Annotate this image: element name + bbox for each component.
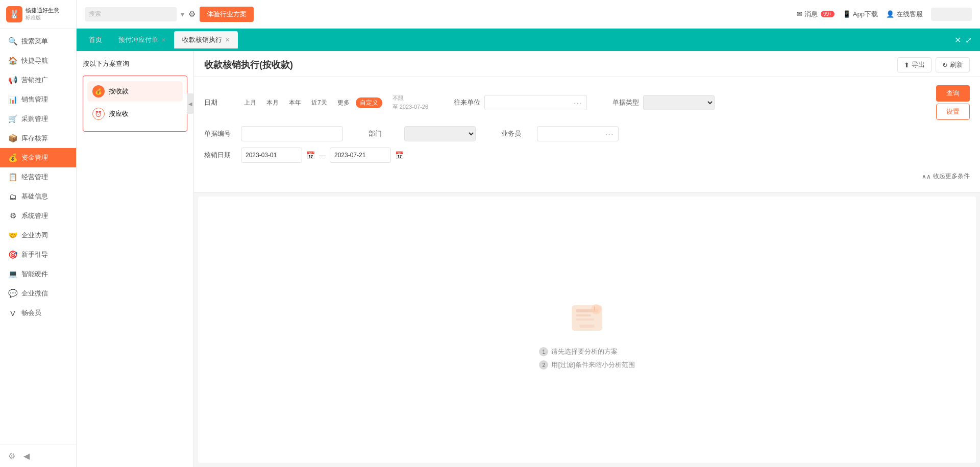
receivable-filter-icon: ⏰ <box>92 108 105 120</box>
sidebar-item-quick[interactable]: 🏠 快捷导航 <box>0 51 76 70</box>
system-nav-icon: ⚙ <box>8 211 17 220</box>
verify-date-start-input[interactable] <box>241 148 302 163</box>
counterpart-label: 往来单位 <box>454 98 480 107</box>
filter-panel-title: 按以下方案查询 <box>83 59 187 68</box>
tab-home[interactable]: 首页 <box>81 31 110 48</box>
hint-text-1: 请先选择要分析的方案 <box>551 347 618 356</box>
sidebar-item-ops[interactable]: 📋 经营管理 <box>0 167 76 187</box>
tab-prepay-close[interactable]: ✕ <box>161 37 166 43</box>
export-icon: ⬆ <box>904 61 910 69</box>
sidebar-label-purchase: 采购管理 <box>21 114 48 124</box>
date-btn-this-month[interactable]: 本月 <box>262 97 283 109</box>
staff-dots-btn[interactable]: ··· <box>605 130 614 138</box>
search-nav-icon: 🔍 <box>8 37 17 46</box>
sidebar-label-search: 搜索菜单 <box>21 37 48 46</box>
sidebar-label-corp: 企业协同 <box>21 231 48 240</box>
sidebar-item-sales[interactable]: 📊 销售管理 <box>0 90 76 109</box>
settings-footer-icon[interactable]: ⚙ <box>8 451 15 461</box>
date-btn-7days[interactable]: 近7天 <box>307 97 331 109</box>
sidebar-item-system[interactable]: ⚙ 系统管理 <box>0 206 76 226</box>
sidebar-label-finance: 资金管理 <box>21 153 48 162</box>
collapse-sidebar-icon[interactable]: ◀ <box>23 451 30 461</box>
date-btn-more[interactable]: 更多 <box>333 97 354 109</box>
message-icon: ✉ <box>797 10 802 18</box>
tab-prepay[interactable]: 预付冲应付单 ✕ <box>110 31 174 48</box>
collapse-more-icon: ∧∧ <box>922 173 931 180</box>
header-gear-icon[interactable]: ⚙ <box>188 9 195 19</box>
filter-by-receipt[interactable]: 💰 按收款 <box>87 81 183 102</box>
service-icon: 👤 <box>886 10 894 18</box>
sidebar-item-basic[interactable]: 🗂 基础信息 <box>0 187 76 206</box>
dept-label: 部门 <box>369 129 394 138</box>
no-limit-text: 不限 <box>393 94 428 102</box>
sidebar-item-member[interactable]: V 畅会员 <box>0 303 76 323</box>
query-action-group: 查询 设置 <box>936 85 970 120</box>
bill-type-select[interactable] <box>643 95 715 110</box>
app-download-btn[interactable]: 📱 App下载 <box>843 10 878 19</box>
date-btn-custom[interactable]: 自定义 <box>356 97 382 108</box>
query-btn[interactable]: 查询 <box>936 85 970 102</box>
tab-receipt-close[interactable]: ✕ <box>225 37 230 43</box>
verify-date-separator: — <box>319 152 326 159</box>
date-btn-last-month[interactable]: 上月 <box>240 97 260 109</box>
svg-rect-3 <box>576 318 594 321</box>
sidebar-item-search[interactable]: 🔍 搜索菜单 <box>0 32 76 51</box>
refresh-btn[interactable]: ↻ 刷新 <box>936 57 970 72</box>
panel-collapse-btn[interactable]: ◀ <box>187 93 194 114</box>
header-search-area: 搜索 ▾ ⚙ 体验行业方案 <box>85 7 791 22</box>
logo-icon: 🐰 <box>6 6 22 22</box>
staff-input[interactable] <box>542 130 605 137</box>
sidebar-item-inventory[interactable]: 📦 库存核算 <box>0 129 76 148</box>
filter-by-receivable[interactable]: ⏰ 按应收 <box>87 104 183 124</box>
svg-point-4 <box>591 304 601 314</box>
main-area: 搜索 ▾ ⚙ 体验行业方案 ✉ 消息 99+ 📱 App下载 👤 在线客服 <box>77 0 980 467</box>
counterpart-dots-btn[interactable]: ··· <box>574 99 582 107</box>
verify-date-start-icon[interactable]: 📅 <box>306 151 315 159</box>
industry-btn[interactable]: 体验行业方案 <box>200 7 254 22</box>
close-window-btn[interactable]: ✕ <box>954 35 961 45</box>
basic-nav-icon: 🗂 <box>8 192 17 201</box>
sidebar-item-wechat[interactable]: 💬 企业微信 <box>0 284 76 303</box>
counterpart-input[interactable] <box>489 95 574 110</box>
staff-input-wrap: ··· <box>537 126 619 141</box>
sidebar-footer: ⚙ ◀ <box>0 445 76 467</box>
refresh-icon: ↻ <box>942 61 948 69</box>
refresh-label: 刷新 <box>950 60 963 69</box>
purchase-nav-icon: 🛒 <box>8 114 17 124</box>
sidebar-item-finance[interactable]: 💰 资金管理 <box>0 148 76 167</box>
message-btn[interactable]: ✉ 消息 99+ <box>797 10 835 19</box>
service-label: 在线客服 <box>896 10 923 19</box>
empty-hints: 1 请先选择要分析的方案 2 用[过滤]条件来缩小分析范围 <box>539 347 634 370</box>
maximize-window-btn[interactable]: ⤢ <box>965 35 972 45</box>
quick-nav-icon: 🏠 <box>8 56 17 65</box>
finance-nav-icon: 💰 <box>8 153 17 162</box>
empty-hint-1: 1 请先选择要分析的方案 <box>539 347 634 356</box>
hardware-nav-icon: 💻 <box>8 269 17 279</box>
sidebar-item-marketing[interactable]: 📢 营销推广 <box>0 70 76 90</box>
bill-no-input-wrap <box>241 126 343 141</box>
verify-date-end-icon[interactable]: 📅 <box>395 151 404 159</box>
wechat-nav-icon: 💬 <box>8 289 17 298</box>
date-btn-this-year[interactable]: 本年 <box>285 97 305 109</box>
sidebar-nav: 🔍 搜索菜单 🏠 快捷导航 📢 营销推广 📊 销售管理 🛒 采购管理 📦 库存核… <box>0 29 76 445</box>
app-label: App下载 <box>853 10 878 19</box>
tab-receipt[interactable]: 收款核销执行 ✕ <box>174 31 238 48</box>
verify-date-end-input[interactable] <box>330 148 391 163</box>
bill-no-input[interactable] <box>246 130 338 137</box>
sidebar-item-hardware[interactable]: 💻 智能硬件 <box>0 264 76 284</box>
header-dropdown-icon[interactable]: ▾ <box>181 10 184 18</box>
user-avatar[interactable] <box>931 8 972 21</box>
export-btn[interactable]: ⬆ 导出 <box>897 57 932 72</box>
sidebar-item-purchase[interactable]: 🛒 采购管理 <box>0 109 76 129</box>
logo-text: 畅捷通好生意 <box>26 7 59 14</box>
dept-select[interactable] <box>404 126 476 141</box>
filter-settings-btn[interactable]: 设置 <box>936 104 970 120</box>
sidebar-item-guide[interactable]: 🎯 新手引导 <box>0 245 76 264</box>
counterpart-group: 往来单位 ··· <box>454 95 587 110</box>
verify-date-label: 核销日期 <box>204 151 231 160</box>
header-right: ✉ 消息 99+ 📱 App下载 👤 在线客服 <box>797 8 972 21</box>
collapse-more-btn[interactable]: ∧∧ 收起更多条件 <box>204 169 970 184</box>
filter-area: 日期 上月 本月 本年 近7天 更多 自定义 不限 至 2023-07-26 <box>194 77 980 192</box>
sidebar-item-corp[interactable]: 🤝 企业协同 <box>0 226 76 245</box>
online-service-btn[interactable]: 👤 在线客服 <box>886 10 923 19</box>
